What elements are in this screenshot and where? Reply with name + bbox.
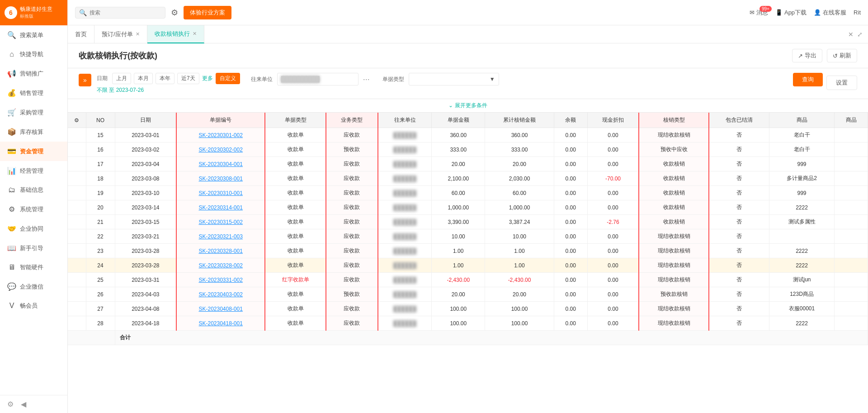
table-cell[interactable]: SK-20230321-003: [176, 229, 265, 244]
col-gear[interactable]: ⚙: [68, 113, 86, 128]
settings-button[interactable]: 设置: [826, 76, 857, 90]
tab-collection[interactable]: 收款核销执行 ✕: [147, 25, 204, 43]
refresh-button[interactable]: ↺ 刷新: [827, 49, 857, 62]
table-cell[interactable]: SK-20230302-002: [176, 142, 265, 157]
sidebar-item-wechat[interactable]: 💬 企业微信: [0, 277, 67, 296]
table-cell[interactable]: SK-20230301-002: [176, 128, 265, 142]
logo-text: 畅康道好生意 标推版: [20, 6, 52, 19]
tab-collection-close[interactable]: ✕: [193, 31, 197, 37]
col-voucher-no: 单据编号: [176, 113, 265, 128]
table-cell: 0.00: [587, 273, 639, 287]
table-cell[interactable]: SK-20230331-002: [176, 273, 265, 287]
expand-more-btn[interactable]: ⌄ 展开更多条件: [68, 99, 868, 113]
table-cell: 60.00: [432, 186, 485, 200]
voucher-link[interactable]: SK-20230331-002: [198, 277, 242, 283]
tab-prepay-close[interactable]: ✕: [136, 31, 140, 37]
sidebar-item-member[interactable]: V 畅会员: [0, 296, 67, 315]
voucher-link[interactable]: SK-20230302-002: [198, 147, 242, 153]
voucher-link[interactable]: SK-20230308-001: [198, 176, 242, 182]
table-container[interactable]: ⚙ NO 日期 单据编号 单据类型 业务类型 往来单位 单据金额 累计核销金额 …: [68, 113, 868, 413]
sidebar-item-operation[interactable]: 📊 经营管理: [0, 161, 67, 180]
table-cell: 100.00: [485, 316, 554, 331]
voucher-link[interactable]: SK-20230314-001: [198, 204, 242, 211]
this-year-btn[interactable]: 本年: [156, 73, 175, 84]
last-7days-btn[interactable]: 近7天: [177, 73, 199, 84]
export-button[interactable]: ↗ 导出: [792, 49, 822, 62]
table-header-row: ⚙ NO 日期 单据编号 单据类型 业务类型 往来单位 单据金额 累计核销金额 …: [68, 113, 868, 128]
table-cell: 10.00: [485, 229, 554, 244]
table-cell[interactable]: SK-20230308-001: [176, 171, 265, 186]
table-cell[interactable]: SK-20230418-001: [176, 316, 265, 331]
sidebar-item-marketing[interactable]: 📢 营销推广: [0, 64, 67, 83]
voucher-link[interactable]: SK-20230328-002: [198, 262, 242, 269]
col-goods2: 商品: [835, 113, 868, 128]
sidebar-item-search[interactable]: 🔍 搜索菜单: [0, 25, 67, 45]
sidebar-item-hardware[interactable]: 🖥 智能硬件: [0, 258, 67, 277]
settings-icon[interactable]: ⚙: [7, 400, 14, 408]
operation-icon: 📊: [7, 166, 16, 175]
sidebar-item-guide[interactable]: 📖 新手引导: [0, 238, 67, 258]
search-input[interactable]: [90, 9, 161, 16]
industry-solution-button[interactable]: 体验行业方案: [184, 6, 231, 19]
table-cell[interactable]: SK-20230314-001: [176, 200, 265, 215]
voucher-link[interactable]: SK-20230301-002: [198, 132, 242, 138]
voucher-type-select[interactable]: ▼: [409, 73, 499, 85]
table-cell: [68, 128, 86, 142]
query-button[interactable]: 查询: [793, 73, 823, 86]
table-cell: [835, 244, 868, 258]
partner-input[interactable]: ██████████: [277, 73, 359, 85]
tab-close-all-icon[interactable]: ✕: [848, 31, 854, 38]
table-cell[interactable]: SK-20230403-002: [176, 287, 265, 302]
app-download-button[interactable]: 📱 App下载: [775, 9, 807, 17]
table-cell[interactable]: SK-20230328-001: [176, 244, 265, 258]
voucher-link[interactable]: SK-20230315-002: [198, 219, 242, 225]
voucher-link[interactable]: SK-20230403-002: [198, 291, 242, 298]
voucher-link[interactable]: SK-20230418-001: [198, 320, 242, 327]
collapse-icon[interactable]: ◀: [21, 400, 26, 408]
sidebar-item-quick[interactable]: ⌂ 快捷导航: [0, 45, 67, 64]
tab-home[interactable]: 首页: [68, 25, 94, 43]
user-info[interactable]: Rit: [854, 9, 861, 16]
sidebar-item-purchase[interactable]: 🛒 采购管理: [0, 103, 67, 122]
sidebar-item-finance[interactable]: 💳 资金管理: [0, 142, 67, 161]
topbar-gear-icon[interactable]: ⚙: [171, 8, 178, 18]
sidebar-item-system[interactable]: ⚙ 系统管理: [0, 199, 67, 219]
table-cell[interactable]: SK-20230315-002: [176, 215, 265, 229]
sidebar-item-sales[interactable]: 💰 销售管理: [0, 83, 67, 103]
more-date-btn[interactable]: 更多: [202, 75, 213, 82]
table-cell: 333.00: [432, 142, 485, 157]
voucher-link[interactable]: SK-20230408-001: [198, 306, 242, 312]
messages-button[interactable]: ✉ 消息 99+: [750, 9, 768, 17]
table-cell: 0.00: [554, 273, 587, 287]
table-cell: 360.00: [432, 128, 485, 142]
table-cell: [68, 157, 86, 171]
column-settings-icon[interactable]: ⚙: [74, 117, 79, 123]
custom-date-btn[interactable]: 自定义: [216, 73, 240, 84]
table-cell: 应收款: [326, 200, 378, 215]
last-month-btn[interactable]: 上月: [112, 73, 131, 84]
table-cell[interactable]: SK-20230408-001: [176, 302, 265, 316]
sidebar-item-corp[interactable]: 🤝 企业协同: [0, 219, 67, 238]
table-cell: 2222: [769, 258, 835, 273]
sidebar-item-inventory[interactable]: 📦 库存核算: [0, 122, 67, 142]
voucher-link[interactable]: SK-20230304-001: [198, 161, 242, 167]
table-cell: [835, 273, 868, 287]
this-month-btn[interactable]: 本月: [134, 73, 153, 84]
filter-dots[interactable]: ···: [361, 75, 372, 84]
sidebar-item-base[interactable]: 🗂 基础信息: [0, 180, 67, 199]
table-cell: 应收款: [326, 186, 378, 200]
table-cell[interactable]: SK-20230328-002: [176, 258, 265, 273]
table-cell[interactable]: SK-20230310-001: [176, 186, 265, 200]
voucher-link[interactable]: SK-20230310-001: [198, 190, 242, 196]
tab-expand-icon[interactable]: ⤢: [857, 31, 863, 38]
table-cell: [835, 287, 868, 302]
online-service-button[interactable]: 👤 在线客服: [814, 9, 846, 17]
topbar-search-box[interactable]: 🔍: [75, 7, 165, 19]
tab-prepay[interactable]: 预订/应付单 ✕: [94, 25, 147, 43]
table-cell: 应收款: [326, 215, 378, 229]
voucher-link[interactable]: SK-20230328-001: [198, 248, 242, 254]
filter-toggle-btn[interactable]: »: [79, 74, 91, 86]
voucher-link[interactable]: SK-20230321-003: [198, 233, 242, 240]
sidebar-logo: 6 畅康道好生意 标推版: [0, 0, 67, 25]
table-cell[interactable]: SK-20230304-001: [176, 157, 265, 171]
